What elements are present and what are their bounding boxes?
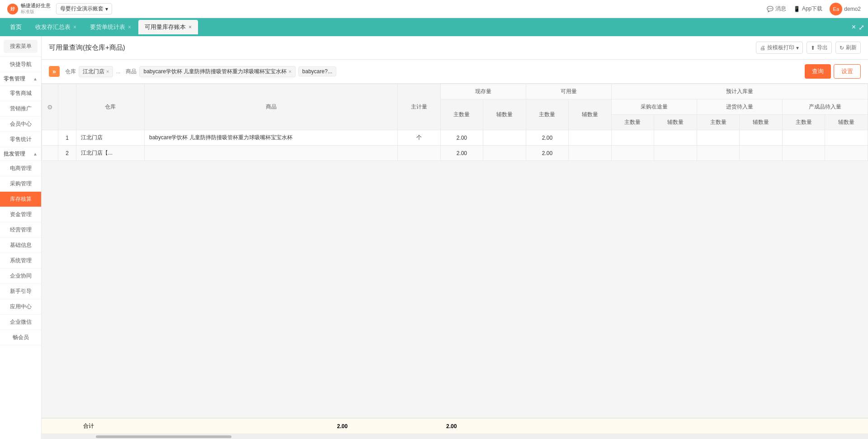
warehouse-filter: 仓库 江北门店 × ... [65,66,120,77]
expand-btn[interactable]: ⤢ [859,23,864,32]
remove-warehouse-btn[interactable]: × [106,69,109,74]
sidebar-item-label: 零售商城 [10,90,32,97]
warehouse-label: 仓库 [65,68,76,76]
tab-income-summary[interactable]: 收发存汇总表 × [29,20,83,34]
close-all-tabs-btn[interactable]: × [852,23,856,32]
product-tag2-text: babycare?... [302,68,332,75]
warehouse-tag: 江北门店 × [79,66,113,77]
chevron-down-icon: ▾ [105,6,108,12]
sidebar-item-inventory[interactable]: 库存核算 [0,192,41,207]
export-btn[interactable]: ⬆ 导出 [807,42,832,54]
search-menu-btn[interactable]: 搜索菜单 [4,40,38,53]
message-btn[interactable]: 💬 消息 [767,5,786,13]
store-selector[interactable]: 母婴行业演示账套 ▾ [56,3,112,14]
refresh-btn[interactable]: ↻ 刷新 [835,42,861,54]
sidebar-item-label: 系统管理 [10,257,32,264]
sidebar-item-enterprise[interactable]: 企业协同 [0,269,41,284]
refresh-label: 刷新 [846,44,857,52]
sidebar-item-label: 电商管理 [10,165,32,172]
cell-stock-main: 2.00 [440,146,483,161]
sidebar-item-purchase[interactable]: 采购管理 [0,176,41,192]
user-area[interactable]: Ea demo2 [830,3,861,15]
sidebar-item-vip[interactable]: 畅会员 [0,330,41,345]
settings-gear-icon[interactable]: ⚙ [47,104,53,111]
th-product-main: 主数量 [782,115,825,130]
avatar: Ea [830,3,842,15]
sidebar-item-marketing[interactable]: 营销推广 [0,101,41,117]
cell-pending-aux [740,130,783,146]
th-available-aux: 辅数量 [569,99,612,130]
th-stock-aux: 辅数量 [483,99,526,130]
refresh-icon: ↻ [840,45,844,51]
close-icon[interactable]: × [189,24,192,30]
sidebar-search-area: 搜索菜单 [0,36,41,57]
sidebar-item-label: 经营管理 [10,226,32,234]
sidebar-item-label: 应用中心 [10,303,32,311]
th-main-unit: 主计量 [398,84,441,130]
scrollbar-thumb[interactable] [96,435,231,438]
sidebar-item-ecommerce[interactable]: 电商管理 [0,161,41,176]
sidebar-item-label: 企业协同 [10,272,32,280]
sidebar-item-system[interactable]: 系统管理 [0,253,41,269]
sidebar-item-guide[interactable]: 新手引导 [0,284,41,299]
horizontal-scrollbar[interactable] [42,434,868,439]
sidebar-item-label: 零售统计 [10,136,32,143]
print-template-btn[interactable]: 🖨 按模板打印 ▾ [756,42,803,54]
settings-btn[interactable]: 设置 [834,64,861,79]
warehouse-tag-text: 江北门店 [83,68,104,76]
top-bar-left: 好 畅捷通好生意 标准版 母婴行业演示账套 ▾ [7,3,112,15]
store-name: 母婴行业演示账套 [60,5,104,13]
sidebar-item-operations[interactable]: 经营管理 [0,222,41,238]
close-icon[interactable]: × [128,24,131,30]
tab-order-stats[interactable]: 要货单统计表 × [84,20,137,34]
sidebar-item-finance[interactable]: 资金管理 [0,207,41,222]
sidebar-item-sales-stats[interactable]: 零售统计 [0,132,41,147]
tab-available-stock[interactable]: 可用量库存账本 × [138,20,198,34]
sidebar-item-online-store[interactable]: 零售商城 [0,86,41,101]
cell-available-aux [569,130,612,146]
close-icon[interactable]: × [73,24,76,30]
expand-icon: » [52,68,56,75]
cell-stock-aux [483,146,526,161]
cell-product-aux [825,130,868,146]
remove-product1-btn[interactable]: × [288,69,291,74]
product-label: 商品 [126,68,137,76]
chevron-icon: ▲ [33,76,38,81]
th-stock-group: 现存量 [440,84,526,99]
sidebar: 搜索菜单 快捷导航 零售管理 ▲ 零售商城 营销推广 会员中心 零售统计 批发管… [0,36,42,439]
filter-actions: 查询 设置 [805,64,861,79]
footer-table: 合计 2.00 2.00 [49,422,861,430]
logo-sub: 标准版 [21,9,51,15]
sidebar-item-quick-nav[interactable]: 快捷导航 [0,57,41,72]
content-area: 可用量查询(按仓库+商品) 🖨 按模板打印 ▾ ⬆ 导出 ↻ 刷新 [42,36,868,439]
sidebar-item-label: 库存核算 [10,195,32,203]
sidebar-item-label: 畅会员 [13,334,29,341]
sidebar-item-label: 采购管理 [10,180,32,188]
cell-available-aux [569,146,612,161]
sidebar-item-zero-sales[interactable]: 零售管理 ▲ [0,72,41,86]
filter-expand-btn[interactable]: » [49,66,60,77]
sidebar-item-label: 零售管理 [4,75,25,83]
sidebar-item-member[interactable]: 会员中心 [0,117,41,132]
print-label: 按模板打印 [767,44,794,52]
th-pending-main: 主数量 [697,115,740,130]
cell-pending-main [697,130,740,146]
query-btn[interactable]: 查询 [805,64,831,79]
th-forecast-group: 预计入库量 [611,84,868,99]
cell-product: babycare学饮杯 儿童防摔防撞吸管杯重力球吸嘴杯宝宝水杯 [144,130,397,146]
sidebar-item-label: 企业微信 [10,318,32,326]
th-settings[interactable]: ⚙ [42,84,58,130]
sidebar-item-wholesale[interactable]: 批发管理 ▲ [0,147,41,161]
sidebar-item-label: 快捷导航 [10,61,32,68]
sidebar-item-base-info[interactable]: 基础信息 [0,238,41,253]
sidebar-item-app-center[interactable]: 应用中心 [0,299,41,315]
sidebar-item-wechat[interactable]: 企业微信 [0,315,41,330]
warehouse-more[interactable]: ... [116,68,120,75]
cell-settings [42,146,58,161]
tab-home[interactable]: 首页 [4,20,28,34]
sidebar-item-label: 新手引导 [10,288,32,295]
app-download-btn[interactable]: 📱 App下载 [793,5,822,13]
cell-pending-aux [740,146,783,161]
cell-stock-main: 2.00 [440,130,483,146]
footer-label: 合计 [83,423,94,429]
